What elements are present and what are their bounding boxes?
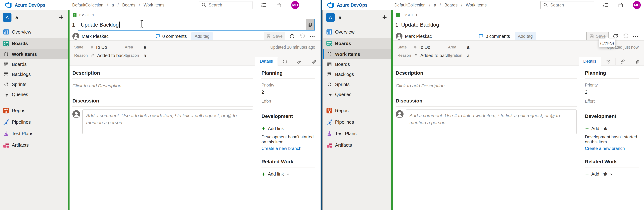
sidebar-item-work-items[interactable]: Work Items	[323, 49, 391, 59]
refresh-icon[interactable]	[612, 33, 618, 39]
sidebar-item-queries[interactable]: Queries	[0, 89, 68, 99]
sidebar-item-artifacts[interactable]: Artifacts	[0, 139, 68, 151]
tab-history[interactable]	[601, 58, 615, 66]
tab-attachments[interactable]	[306, 58, 320, 66]
area-value[interactable]: a	[467, 45, 470, 50]
project-row[interactable]: A a	[0, 10, 68, 24]
dev-add-link[interactable]: Add link	[262, 126, 315, 131]
tab-attachments[interactable]	[630, 58, 644, 66]
undo-icon[interactable]	[299, 33, 305, 39]
sidebar-item-backlogs[interactable]: Backlogs	[323, 69, 391, 79]
breadcrumb-item[interactable]: a	[112, 3, 114, 8]
priority-value[interactable]: 2	[262, 89, 315, 95]
add-project-icon[interactable]	[382, 15, 388, 20]
marketplace-bag-icon[interactable]	[276, 2, 282, 8]
undo-icon[interactable]	[622, 33, 628, 39]
user-avatar[interactable]: MH	[633, 1, 641, 9]
tab-details[interactable]: Details	[578, 57, 601, 66]
sidebar-item-boards[interactable]: Boards	[0, 59, 68, 69]
description-placeholder[interactable]: Click to add Description	[72, 83, 253, 89]
assignee-field[interactable]: Mark Pleskac	[396, 33, 478, 40]
create-branch-link[interactable]: Create a new branch	[262, 146, 315, 151]
sidebar-item-test-plans[interactable]: Test Plans	[323, 128, 391, 139]
title-input[interactable]: Update Backlog	[78, 19, 315, 31]
iteration-value[interactable]: a	[467, 53, 470, 58]
save-icon	[589, 34, 594, 39]
copy-title-button[interactable]	[306, 19, 314, 30]
dev-add-link[interactable]: Add link	[585, 126, 638, 131]
create-branch-link[interactable]: Create a new branch	[585, 146, 638, 151]
add-tag-button[interactable]: Add tag	[515, 32, 536, 40]
tab-history[interactable]	[278, 58, 292, 66]
reason-value[interactable]: Added to back...	[91, 53, 125, 58]
lock-icon	[91, 53, 95, 58]
brand[interactable]: Azure DevOps	[5, 2, 45, 9]
effort-label: Effort	[262, 99, 315, 104]
comments-button[interactable]: 0 comments	[478, 34, 510, 39]
sidebar-item-boards[interactable]: Boards	[323, 59, 391, 69]
add-tag-button[interactable]: Add tag	[191, 32, 213, 40]
sidebar-item-boards-hub[interactable]: Boards	[323, 38, 391, 49]
priority-value[interactable]: 2	[585, 89, 638, 95]
sidebar-item-repos[interactable]: Repos	[0, 105, 68, 116]
task-list-icon[interactable]	[602, 2, 608, 8]
comment-input[interactable]: Add a comment. Use # to link a work item…	[82, 109, 253, 134]
sidebar-item-pipelines[interactable]: Pipelines	[323, 116, 391, 128]
brand[interactable]: Azure DevOps	[327, 2, 368, 9]
topbar-icons	[261, 2, 282, 8]
sidebar-item-work-items[interactable]: Work Items	[0, 49, 68, 59]
work-item-title[interactable]: Update Backlog	[401, 22, 439, 28]
sidebar-item-sprints[interactable]: Sprints	[323, 79, 391, 89]
search-box[interactable]	[540, 1, 594, 9]
state-value[interactable]: To Do	[414, 45, 448, 50]
add-project-icon[interactable]	[58, 15, 64, 20]
search-input[interactable]	[208, 3, 250, 8]
sidebar-item-queries[interactable]: Queries	[323, 89, 391, 99]
search-input[interactable]	[550, 3, 592, 8]
tab-details[interactable]: Details	[255, 57, 278, 66]
comment-input[interactable]: Add a comment. Use # to link a work item…	[406, 109, 577, 134]
state-value[interactable]: To Do	[91, 45, 125, 50]
marketplace-bag-icon[interactable]	[618, 2, 624, 8]
breadcrumb-item[interactable]: Boards	[122, 3, 135, 8]
area-value[interactable]: a	[144, 45, 146, 50]
tab-links[interactable]	[292, 58, 306, 66]
save-button[interactable]: Save	[264, 32, 285, 41]
top-bar: Azure DevOps DefaultCollection / a / Boa…	[322, 0, 644, 10]
task-list-icon[interactable]	[261, 2, 267, 8]
brand-name: Azure DevOps	[337, 3, 368, 8]
breadcrumb-item[interactable]: Boards	[444, 3, 458, 8]
breadcrumb-item[interactable]: Work Items	[144, 3, 164, 8]
sidebar-item-overview[interactable]: Overview	[323, 26, 391, 38]
sidebar-item-artifacts[interactable]: Artifacts	[323, 139, 391, 151]
sidebar-item-sprints[interactable]: Sprints	[0, 79, 68, 89]
sidebar-item-pipelines[interactable]: Pipelines	[0, 116, 68, 128]
assignee-field[interactable]: Mark Pleskac	[72, 33, 155, 40]
breadcrumb-item[interactable]: a	[434, 3, 436, 8]
more-options-icon[interactable]	[632, 33, 638, 39]
project-row[interactable]: A a	[323, 10, 391, 24]
sidebar-item-repos[interactable]: Repos	[323, 105, 391, 116]
comment-icon	[478, 34, 484, 39]
refresh-icon[interactable]	[289, 33, 295, 39]
related-add-link[interactable]: Add link	[585, 171, 638, 177]
comments-button[interactable]: 0 comments	[155, 34, 187, 39]
sidebar-item-test-plans[interactable]: Test Plans	[0, 128, 68, 139]
reason-value[interactable]: Added to backl...	[414, 53, 448, 58]
breadcrumb-item[interactable]: DefaultCollection	[394, 3, 426, 8]
user-avatar[interactable]: MH	[291, 1, 299, 9]
search-box[interactable]	[199, 1, 252, 9]
iteration-value[interactable]: a	[144, 53, 146, 58]
sidebar-item-overview[interactable]: Overview	[0, 26, 68, 38]
tab-links[interactable]	[615, 58, 630, 66]
breadcrumb-item[interactable]: DefaultCollection	[72, 3, 104, 8]
sidebar-item-backlogs[interactable]: Backlogs	[0, 69, 68, 79]
assignee-name: Mark Pleskac	[82, 34, 108, 39]
breadcrumb-item[interactable]: Work Items	[466, 3, 487, 8]
more-options-icon[interactable]	[309, 33, 315, 39]
paperclip-icon	[311, 59, 316, 64]
sidebar-item-boards-hub[interactable]: Boards	[0, 38, 68, 49]
description-placeholder[interactable]: Click to add Description	[396, 83, 577, 89]
related-add-link[interactable]: Add link	[262, 171, 315, 177]
add-link-label: Add link	[591, 171, 607, 177]
